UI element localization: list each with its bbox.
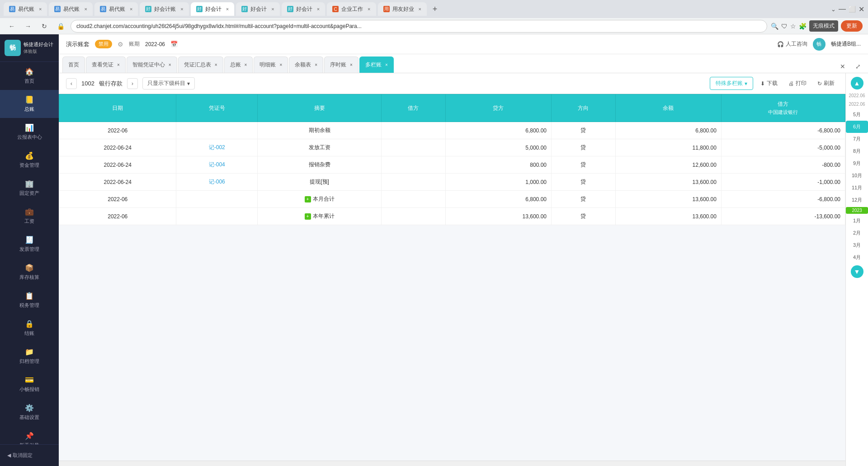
period-value[interactable]: 2022-06 [145,41,165,47]
cal-month-2023-2[interactable]: 2月 [846,227,868,239]
sidebar-item-assets[interactable]: 🏢 固定资产 [0,174,59,202]
cal-month-9[interactable]: 9月 [846,157,868,169]
tab-close-3[interactable]: × [130,6,132,12]
page-tab-sequence[interactable]: 序时账 × [324,56,359,73]
voucher-link[interactable]: 记-004 [209,161,225,168]
search-icon[interactable]: 🔍 [771,23,778,30]
maximize-button[interactable]: ⬜ [849,6,856,13]
next-subject-button[interactable]: › [127,78,138,89]
download-button[interactable]: ⬇ 下载 [757,77,781,89]
update-button[interactable]: 更新 [841,20,863,32]
wuhen-mode-button[interactable]: 无痕模式 [809,20,838,32]
cal-month-10[interactable]: 10月 [846,169,868,182]
cell-voucher[interactable]: 记-002 [176,139,258,156]
browser-tab-6[interactable]: 好 好会计 × [236,2,279,16]
page-tab-sequence-close[interactable]: × [350,62,353,67]
expand-button[interactable]: ⤢ [852,60,864,73]
page-tab-detail-close[interactable]: × [279,62,282,67]
sidebar-item-tax[interactable]: 📋 税务管理 [0,286,59,314]
horizontal-scrollbar[interactable] [59,461,845,466]
browser-tab-3[interactable]: 易 易代账 × [94,2,138,16]
cal-month-2023-4[interactable]: 4月 [846,251,868,264]
sidebar-item-home[interactable]: 🏠 首页 [0,62,59,90]
tab-close-9[interactable]: × [419,6,421,12]
sidebar-item-invoice[interactable]: 🧾 发票管理 [0,230,59,258]
page-tab-smart-voucher[interactable]: 智能凭证中心 × [127,56,177,73]
calendar-down-button[interactable]: ▼ [851,265,863,278]
special-multicolumn-button[interactable]: 特殊多栏账 ▾ [710,77,753,90]
browser-tab-2[interactable]: 易 易代账 × [49,2,92,16]
page-tab-balance[interactable]: 余额表 × [289,56,323,73]
cal-month-5[interactable]: 5月 [846,108,868,121]
minimize-button[interactable]: — [839,5,846,13]
bookmark-icon[interactable]: ☆ [790,23,796,30]
cal-month-8[interactable]: 8月 [846,145,868,157]
tab-close-5[interactable]: × [226,6,229,12]
prev-subject-button[interactable]: ‹ [66,78,77,89]
home-nav-button[interactable]: 🔒 [54,20,67,33]
close-panel-button[interactable]: ✕ [836,60,849,73]
tab-close-4[interactable]: × [180,6,183,12]
cal-month-6[interactable]: 6月 [846,121,868,133]
extension-icon[interactable]: 🧩 [799,23,807,30]
sidebar-item-archive[interactable]: 📁 归档管理 [0,342,59,370]
calendar-up-button[interactable]: ▲ [851,77,863,89]
browser-tab-8[interactable]: C 企业工作 × [327,2,376,16]
cal-month-11[interactable]: 11月 [846,182,868,194]
cal-month-2023-1[interactable]: 1月 [846,215,868,227]
tab-close-2[interactable]: × [84,6,87,12]
page-tab-smart-voucher-close[interactable]: × [169,62,171,67]
user-avatar[interactable]: 畅 [813,38,826,51]
page-tab-home[interactable]: 首页 [62,56,85,73]
sidebar-item-inventory[interactable]: 📦 库存核算 [0,258,59,286]
filter-dropdown[interactable]: 只显示下级科目 ▾ [142,77,195,89]
browser-tab-5[interactable]: 好 好会计 × [191,2,234,16]
tab-close-7[interactable]: × [317,6,320,12]
sidebar-item-expense[interactable]: 💳 小畅报销 [0,370,59,398]
sidebar-item-close[interactable]: 🔒 结账 [0,314,59,342]
voucher-link[interactable]: 记-002 [209,144,225,151]
back-button[interactable]: ← [5,20,18,33]
voucher-link[interactable]: 记-006 [209,179,225,185]
cal-month-7[interactable]: 7月 [846,133,868,145]
sidebar-item-payroll[interactable]: 💼 工资 [0,202,59,230]
page-tab-general-ledger[interactable]: 总账 × [224,56,253,73]
sidebar-item-settings[interactable]: ⚙️ 基础设置 [0,398,59,426]
calendar-icon[interactable]: 📅 [170,41,178,47]
close-window-button[interactable]: ✕ [859,5,864,14]
cell-voucher[interactable]: 记-006 [176,174,258,191]
page-tab-summary[interactable]: 凭证汇总表 × [178,56,223,73]
sidebar-item-guide[interactable]: 📌 新手引导 [0,426,59,444]
consult-button[interactable]: 🎧 人工咨询 [777,40,807,48]
forward-button[interactable]: → [22,20,34,33]
browser-tab-7[interactable]: 好 好会计 × [282,2,325,16]
cell-voucher[interactable]: 记-004 [176,156,258,174]
page-tab-balance-close[interactable]: × [315,62,317,67]
shield-icon[interactable]: 🛡 [781,23,788,30]
settings-gear-icon[interactable]: ⚙ [118,41,123,48]
page-tab-general-ledger-close[interactable]: × [245,62,247,67]
page-tab-summary-close[interactable]: × [215,62,217,67]
print-button[interactable]: 🖨 打印 [785,77,810,89]
tab-close-6[interactable]: × [271,6,274,12]
sidebar-item-funds[interactable]: 💰 资金管理 [0,146,59,174]
new-tab-button[interactable]: + [429,3,441,15]
tab-close-8[interactable]: × [368,6,370,12]
sidebar-item-ledger[interactable]: 📒 总账 [0,90,59,118]
page-tab-multicolumn-close[interactable]: × [385,62,388,67]
page-tab-voucher[interactable]: 查看凭证 × [86,56,126,73]
page-tab-voucher-close[interactable]: × [117,62,120,67]
browser-tab-4[interactable]: 好 好会计账 × [140,2,189,16]
tab-close-1[interactable]: × [39,6,42,12]
cal-month-2023-3[interactable]: 3月 [846,239,868,251]
cal-month-12[interactable]: 12月 [846,194,868,206]
page-tab-multicolumn[interactable]: 多栏账 × [359,56,394,73]
browser-tab-9[interactable]: 用 用友好业 × [378,2,427,16]
url-bar[interactable]: cloud2.chanjet.com/accounting/uh26t264j5… [71,20,767,33]
refresh-button[interactable]: ↻ [38,20,51,33]
tab-list-button[interactable]: ⌄ [831,6,836,13]
refresh-data-button[interactable]: ↻ 刷新 [814,77,838,89]
sidebar-item-reports[interactable]: 📊 云报表中心 [0,118,59,146]
page-tab-detail[interactable]: 明细账 × [254,56,288,73]
browser-tab-1[interactable]: 易 易代账 × [4,2,47,16]
